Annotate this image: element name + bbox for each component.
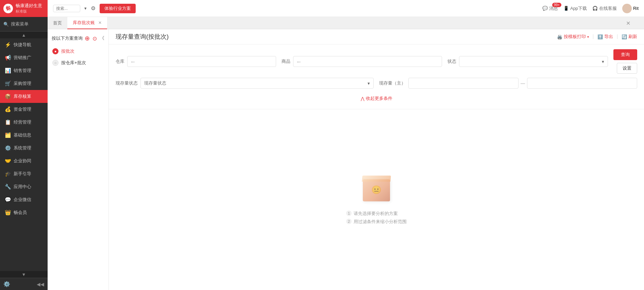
- sidebar-item-label: 资金管理: [14, 106, 31, 112]
- guide-icon: 🎓: [5, 171, 11, 177]
- product-dots: ···: [297, 59, 301, 64]
- stock-qty-min-input[interactable]: [408, 78, 519, 89]
- sidebar-search[interactable]: 🔍 搜索菜单: [0, 17, 48, 32]
- sidebar-item-member[interactable]: 👑 畅会员: [0, 206, 48, 219]
- app-download-label: App下载: [570, 5, 587, 12]
- print-dropdown-icon: ▾: [587, 35, 589, 39]
- topbar-settings-icon[interactable]: ⚙: [91, 5, 96, 12]
- sidebar-item-enterprise[interactable]: 🤝 企业协同: [0, 155, 48, 167]
- sidebar-item-label: 系统管理: [14, 145, 31, 151]
- sidebar-item-label: 畅会员: [14, 210, 27, 216]
- warehouse-batch-icon: ○: [52, 60, 58, 66]
- topbar-dropdown[interactable]: ▾: [84, 6, 87, 11]
- sidebar-nav: ⚡ 快捷导航 📢 营销推广 📊 销售管理 🛒 采购管理 📦 库存核算 💰 资金管…: [0, 38, 48, 271]
- settings-icon[interactable]: ⚙️: [3, 281, 10, 287]
- refresh-button[interactable]: 🔄 刷新: [622, 34, 637, 40]
- marketing-icon: 📢: [5, 55, 11, 61]
- sidebar-item-wechat[interactable]: 💬 企业微信: [0, 193, 48, 206]
- collapse-more-button[interactable]: ⋀ 收起更多条件: [116, 93, 637, 104]
- export-button[interactable]: ⬆️ 导出: [597, 34, 613, 40]
- warehouse-input[interactable]: ···: [127, 56, 276, 67]
- chevron-down-icon: ▾: [84, 6, 87, 11]
- settings-button[interactable]: 设置: [617, 63, 637, 74]
- range-dash: —: [521, 81, 525, 86]
- search-icon: 🔍: [3, 22, 9, 27]
- empty-state: 😐 1 请先选择要分析的方案 2 用过滤条件来缩小分析范围: [109, 109, 644, 290]
- refresh-icon: 🔄: [622, 34, 627, 39]
- stock-qty-max-input[interactable]: [527, 78, 637, 89]
- warehouse-dots: ···: [131, 59, 135, 64]
- sidebar-item-guide[interactable]: 🎓 新手引导: [0, 167, 48, 180]
- filter-row-2: 现存量状态 现存量状态 ▾ 现存量（主） —: [116, 78, 637, 89]
- sidebar-item-label: 企业微信: [14, 197, 31, 203]
- print-button[interactable]: 🖨️ 按模板打印 ▾: [557, 34, 589, 40]
- sidebar-item-label: 经营管理: [14, 119, 31, 125]
- sidebar-item-operation[interactable]: 📋 经营管理: [0, 116, 48, 129]
- sidebar-item-basic[interactable]: 🗂️ 基础信息: [0, 129, 48, 142]
- phone-icon: 📱: [563, 6, 569, 11]
- by-batch-label: 按批次: [61, 48, 74, 54]
- filter-status: 状态 ▾: [447, 56, 608, 67]
- sidebar-item-label: 采购管理: [14, 80, 31, 87]
- sidebar-item-sales[interactable]: 📊 销售管理: [0, 64, 48, 77]
- breadcrumb: [53, 5, 80, 12]
- topbar: ▾ ⚙ 体验行业方案 💬 消息 99+ 📱 App下载 🎧 在线客服 Rit: [48, 0, 644, 17]
- sidebar-item-label: 销售管理: [14, 68, 31, 74]
- hint-text-2: 用过滤条件来缩小分析范围: [354, 219, 407, 225]
- purchase-icon: 🛒: [5, 80, 11, 87]
- collapse-panel-button[interactable]: 《: [100, 35, 104, 41]
- user-button[interactable]: Rit: [622, 4, 639, 13]
- btn-row: 查询 设置: [613, 49, 637, 74]
- hint-num-2: 2: [346, 219, 352, 224]
- query-button[interactable]: 查询: [613, 49, 637, 60]
- tab-inventory-batch[interactable]: 库存批次账 ✕: [67, 17, 107, 29]
- message-button[interactable]: 💬 消息 99+: [542, 5, 558, 12]
- tab-home[interactable]: 首页: [48, 17, 67, 29]
- message-icon: 💬: [542, 6, 548, 11]
- sidebar-header: 畅 畅康通好生意 标准版: [0, 0, 48, 17]
- filter-row-1: 仓库 ··· 商品 ··· 状态: [116, 49, 637, 74]
- sidebar-item-inventory[interactable]: 📦 库存核算: [0, 90, 48, 103]
- main-area: ▾ ⚙ 体验行业方案 💬 消息 99+ 📱 App下载 🎧 在线客服 Rit: [48, 0, 644, 290]
- sidebar-item-marketing[interactable]: 📢 营销推广: [0, 51, 48, 64]
- stock-status-select[interactable]: 现存量状态 ▾: [140, 78, 374, 89]
- topbar-right: 💬 消息 99+ 📱 App下载 🎧 在线客服 Rit: [542, 4, 639, 13]
- sidebar-item-apps[interactable]: 🔧 应用中心: [0, 180, 48, 193]
- scroll-down-button[interactable]: ▼: [0, 271, 48, 278]
- status-select[interactable]: ▾: [459, 56, 608, 67]
- scheme-settings-icon[interactable]: ⊙: [92, 35, 97, 42]
- scroll-up-button[interactable]: ▲: [0, 32, 48, 38]
- divider2: [617, 34, 617, 39]
- stock-status-label: 现存量状态: [116, 80, 138, 86]
- sidebar-item-finance[interactable]: 💰 资金管理: [0, 103, 48, 116]
- inventory-batch-tab-label: 库存批次账: [73, 17, 95, 29]
- panel-item-by-batch[interactable]: ● 按批次: [48, 46, 108, 57]
- sidebar-item-quick[interactable]: ⚡ 快捷导航: [0, 38, 48, 51]
- print-label: 按模板打印: [564, 34, 586, 40]
- sidebar-item-label: 基础信息: [14, 132, 31, 138]
- sidebar-item-system[interactable]: ⚙️ 系统管理: [0, 142, 48, 155]
- sidebar-item-label: 应用中心: [14, 184, 31, 190]
- product-input[interactable]: ···: [293, 56, 442, 67]
- app-download-button[interactable]: 📱 App下载: [563, 5, 587, 12]
- collapse-sidebar-button[interactable]: ◀◀: [37, 282, 44, 287]
- add-scheme-button[interactable]: ⊕: [85, 35, 90, 42]
- online-service-button[interactable]: 🎧 在线客服: [592, 5, 617, 12]
- tab-close-button[interactable]: ✕: [98, 17, 102, 29]
- sidebar-item-purchase[interactable]: 🛒 采购管理: [0, 77, 48, 90]
- system-icon: ⚙️: [5, 145, 11, 151]
- left-panel: 按以下方案查询 ⊕ ⊙ 《 ● 按批次 ○ 按仓库+批次: [48, 29, 109, 290]
- user-name: Rit: [633, 6, 639, 11]
- export-icon: ⬆️: [597, 34, 603, 39]
- main-content: 现存量查询(按批次) 🖨️ 按模板打印 ▾ ⬆️ 导出 🔄: [109, 29, 644, 290]
- online-service-label: 在线客服: [599, 5, 617, 12]
- tabbar: 首页 库存批次账 ✕ ✕: [48, 17, 644, 29]
- message-badge: 99+: [552, 3, 561, 7]
- search-input[interactable]: [53, 5, 80, 12]
- tabbar-close-button[interactable]: ✕: [626, 20, 630, 26]
- trial-button[interactable]: 体验行业方案: [100, 4, 136, 13]
- panel-item-by-warehouse-batch[interactable]: ○ 按仓库+批次: [48, 57, 108, 69]
- content-area: 按以下方案查询 ⊕ ⊙ 《 ● 按批次 ○ 按仓库+批次 现存量查询(按批次): [48, 29, 644, 290]
- search-menu-button[interactable]: 🔍 搜索菜单: [3, 20, 44, 29]
- printer-icon: 🖨️: [557, 34, 562, 39]
